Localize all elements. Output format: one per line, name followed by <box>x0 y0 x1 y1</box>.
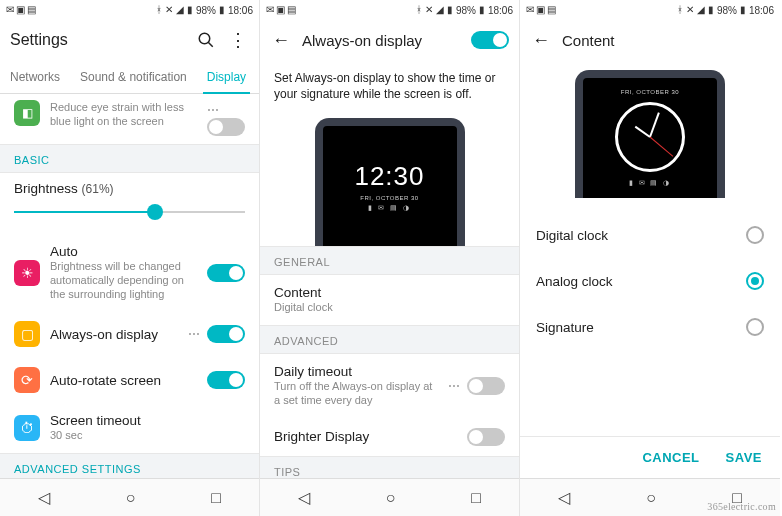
phone-frame: 12:30 FRI, OCTOBER 30 ▮ ✉ ▤ ◑ <box>315 118 465 246</box>
nav-back[interactable]: ◁ <box>558 488 570 507</box>
content-label: Content <box>274 285 505 300</box>
bt-icon: ᚼ <box>156 5 162 15</box>
watermark: 365electric.com <box>707 501 776 512</box>
mail-icon: ▣ <box>276 5 285 15</box>
option-analog-clock[interactable]: Analog clock <box>520 258 780 304</box>
battery-pct: 98% <box>196 5 216 16</box>
preview-time: 12:30 <box>354 161 424 192</box>
rotate-toggle[interactable] <box>207 371 245 389</box>
auto-toggle[interactable] <box>207 264 245 282</box>
signature-label: Signature <box>536 320 594 335</box>
brighter-label: Brighter Display <box>274 429 457 444</box>
comfort-view-toggle[interactable] <box>207 118 245 136</box>
preview-icons: ▮ ✉ ▤ ◑ <box>629 179 672 187</box>
digital-radio[interactable] <box>746 226 764 244</box>
analog-clock-icon <box>615 102 685 172</box>
wifi-icon: ◢ <box>697 5 705 15</box>
section-basic: BASIC <box>0 144 259 173</box>
tab-sound[interactable]: Sound & notification <box>70 60 197 93</box>
battery-icon: ▮ <box>740 5 746 15</box>
nav-recent[interactable]: □ <box>211 489 221 507</box>
tab-networks[interactable]: Networks <box>0 60 70 93</box>
mute-icon: ✕ <box>165 5 173 15</box>
aod-toggle[interactable] <box>207 325 245 343</box>
row-aod[interactable]: ▢ Always-on display ⋯ <box>0 311 259 357</box>
content-value: Digital clock <box>274 301 505 315</box>
content-body[interactable]: FRI, OCTOBER 30 ▮ ✉ ▤ ◑ Digital clock An… <box>520 60 780 478</box>
signal-icon: ▮ <box>447 5 453 15</box>
calendar-icon: ▤ <box>547 5 556 15</box>
back-icon[interactable]: ← <box>530 29 552 51</box>
battery-pct: 98% <box>717 5 737 16</box>
tabs: Networks Sound & notification Display Ge… <box>0 60 259 94</box>
nav-back[interactable]: ◁ <box>38 488 50 507</box>
mute-icon: ✕ <box>686 5 694 15</box>
rotate-icon: ⟳ <box>14 367 40 393</box>
aod-preview: 12:30 FRI, OCTOBER 30 ▮ ✉ ▤ ◑ <box>260 108 519 246</box>
mute-icon: ✕ <box>425 5 433 15</box>
settings-body[interactable]: ◧ Reduce eye strain with less blue light… <box>0 94 259 478</box>
row-timeout[interactable]: ⏱ Screen timeout 30 sec <box>0 403 259 453</box>
timeout-icon: ⏱ <box>14 415 40 441</box>
phone-frame: FRI, OCTOBER 30 ▮ ✉ ▤ ◑ <box>575 70 725 198</box>
cancel-button[interactable]: CANCEL <box>642 450 699 465</box>
row-brighter[interactable]: Brighter Display <box>260 418 519 456</box>
aod-label: Always-on display <box>50 327 178 342</box>
row-content[interactable]: Content Digital clock <box>260 275 519 325</box>
gm-icon: ✉ <box>526 5 534 15</box>
auto-label: Auto <box>50 244 197 259</box>
analog-radio[interactable] <box>746 272 764 290</box>
aod-dots[interactable]: ⋯ <box>188 327 201 341</box>
back-icon[interactable]: ← <box>270 29 292 51</box>
brightness-label: Brightness <box>14 181 78 196</box>
signal-icon: ▮ <box>708 5 714 15</box>
aod-body[interactable]: Set Always-on display to show the time o… <box>260 60 519 478</box>
row-brightness[interactable]: Brightness (61%) <box>0 173 259 234</box>
preview-date: FRI, OCTOBER 30 <box>621 89 679 95</box>
content-preview: FRI, OCTOBER 30 ▮ ✉ ▤ ◑ <box>520 60 780 198</box>
status-bar: ✉ ▣ ▤ ᚼ ✕ ◢ ▮ 98% ▮ 18:06 <box>260 0 519 20</box>
page-title: Content <box>562 32 615 49</box>
comfort-view-desc: Reduce eye strain with less blue light o… <box>50 100 197 129</box>
daily-dots[interactable]: ⋯ <box>448 379 461 393</box>
brightness-slider[interactable] <box>14 202 245 222</box>
signal-icon: ▮ <box>187 5 193 15</box>
preview-date: FRI, OCTOBER 30 <box>360 195 418 201</box>
brighter-toggle[interactable] <box>467 428 505 446</box>
status-bar: ✉ ▣ ▤ ᚼ ✕ ◢ ▮ 98% ▮ 18:06 <box>520 0 780 20</box>
row-auto[interactable]: ☀ Auto Brightness will be changed automa… <box>0 234 259 311</box>
overflow-icon[interactable]: ⋮ <box>227 29 249 51</box>
row-rotate[interactable]: ⟳ Auto-rotate screen <box>0 357 259 403</box>
daily-toggle[interactable] <box>467 377 505 395</box>
section-tips: TIPS <box>260 456 519 478</box>
nav-home[interactable]: ○ <box>386 489 396 507</box>
save-button[interactable]: SAVE <box>726 450 762 465</box>
pane-aod: ✉ ▣ ▤ ᚼ ✕ ◢ ▮ 98% ▮ 18:06 ← Always-on di… <box>260 0 520 516</box>
mail-icon: ▣ <box>536 5 545 15</box>
signature-radio[interactable] <box>746 318 764 336</box>
row-daily-timeout[interactable]: Daily timeout Turn off the Always-on dis… <box>260 354 519 418</box>
battery-icon: ▮ <box>219 5 225 15</box>
option-digital-clock[interactable]: Digital clock <box>520 212 780 258</box>
status-clock: 18:06 <box>488 5 513 16</box>
search-icon[interactable] <box>195 29 217 51</box>
nav-home[interactable]: ○ <box>646 489 656 507</box>
page-title: Settings <box>10 31 68 49</box>
nav-recent[interactable]: □ <box>471 489 481 507</box>
comfort-view-dots[interactable]: ⋯ <box>207 103 220 117</box>
option-signature[interactable]: Signature <box>520 304 780 350</box>
brightness-auto-icon: ☀ <box>14 260 40 286</box>
analog-label: Analog clock <box>536 274 613 289</box>
section-general: GENERAL <box>260 246 519 275</box>
pane-content: ✉ ▣ ▤ ᚼ ✕ ◢ ▮ 98% ▮ 18:06 ← Content <box>520 0 780 516</box>
battery-pct: 98% <box>456 5 476 16</box>
nav-back[interactable]: ◁ <box>298 488 310 507</box>
tab-display[interactable]: Display <box>197 60 256 93</box>
svg-line-1 <box>208 42 213 47</box>
action-bar: CANCEL SAVE <box>520 436 780 478</box>
wifi-icon: ◢ <box>436 5 444 15</box>
nav-home[interactable]: ○ <box>126 489 136 507</box>
aod-master-toggle[interactable] <box>471 31 509 49</box>
status-clock: 18:06 <box>228 5 253 16</box>
row-comfort-view[interactable]: ◧ Reduce eye strain with less blue light… <box>0 94 259 144</box>
